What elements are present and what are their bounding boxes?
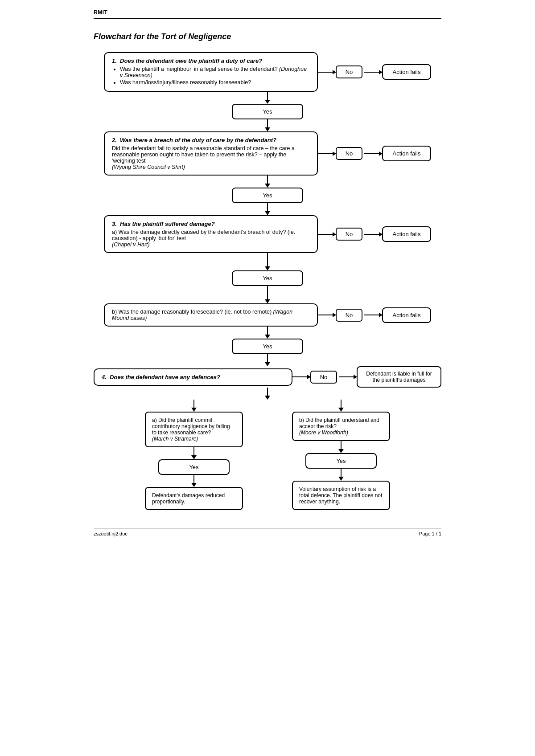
q4-v-line1 <box>267 388 268 396</box>
q4-h-arrow <box>292 376 310 377</box>
footer-filename: zszuotif.nj2.doc <box>94 531 128 536</box>
q1-arrow-head <box>265 100 270 104</box>
q3a-v-line2 <box>267 286 268 299</box>
q1-bullets: Was the plaintiff a 'neighbour' in a leg… <box>120 66 310 86</box>
header-bar: RMIT <box>94 9 441 19</box>
footer-page: Page 1 / 1 <box>419 531 441 536</box>
db-head2 <box>338 449 344 453</box>
q3b-yes-arrow <box>265 327 270 339</box>
q2-h-arrow <box>318 153 336 154</box>
da-yes-label: Yes <box>189 464 198 470</box>
q2-action-fails: Action fails <box>393 150 421 157</box>
q3a-h-arrow <box>318 234 336 235</box>
defences-section: a) Did the plaintiff commit contributory… <box>94 400 441 510</box>
da-arrow-down <box>191 400 197 412</box>
da-outcome-box: Defendant's damages reduced proportional… <box>145 487 243 510</box>
q3a-no-box: No <box>336 228 362 241</box>
q2-question: Was there a breach of the duty of care b… <box>120 137 276 143</box>
da-v3 <box>193 475 194 483</box>
q2-action-fails-box: Action fails <box>382 146 431 161</box>
da-arrow2 <box>191 447 197 459</box>
defence-a-box: a) Did the plaintiff commit contributory… <box>145 412 243 447</box>
defence-b-text: b) Did the plaintiff understand and acce… <box>299 417 379 429</box>
q1-h-arrow2 <box>364 72 382 73</box>
q3a-h-arrow2 <box>364 234 382 235</box>
q1-no-label: No <box>346 69 353 75</box>
q1-arrow-head2 <box>265 127 270 131</box>
db-yes-label: Yes <box>336 458 346 464</box>
db-yes-box: Yes <box>305 453 377 469</box>
da-arrow3 <box>191 475 197 487</box>
defence-b-box: b) Did the plaintiff understand and acce… <box>292 412 390 441</box>
q2-no-box: No <box>336 147 362 160</box>
db-arrow2 <box>338 441 344 453</box>
q1-action-fails-box: Action fails <box>382 64 431 80</box>
q2-no-label: No <box>346 150 353 157</box>
da-yes-box: Yes <box>158 459 230 475</box>
q3a-action-fails-box: Action fails <box>382 226 431 242</box>
q3a-row: 3. Has the plaintiff suffered damage? a)… <box>94 215 441 253</box>
db-arrow3 <box>338 469 344 481</box>
q2-arrow-head <box>265 184 270 188</box>
q4-right-branch: No Defendant is liable in full for the p… <box>292 366 441 388</box>
db-v2 <box>341 441 342 449</box>
q2-sub: Did the defendant fail to satisfy a reas… <box>112 145 310 170</box>
q1-number: 1. <box>112 57 117 64</box>
q3b-arrow-head2 <box>265 362 270 366</box>
defence-b-case: (Moore v Woodforth) <box>299 429 348 436</box>
q3a-sub: a) Was the damage directly caused by the… <box>112 229 310 248</box>
db-outcome-box: Voluntary assumption of risk is a total … <box>292 481 390 510</box>
q1-question: Does the defendant owe the plaintiff a d… <box>120 57 262 64</box>
db-head3 <box>338 477 344 481</box>
q3a-box: 3. Has the plaintiff suffered damage? a)… <box>104 215 318 253</box>
q1-v-line1 <box>267 92 268 100</box>
q2-right-branch: No Action fails <box>318 146 431 161</box>
page-title: Flowchart for the Tort of Negligence <box>94 32 441 41</box>
q3b-h-arrow2 <box>364 315 382 315</box>
q1-box: 1. Does the defendant owe the plaintiff … <box>104 52 318 92</box>
q2-yes-label: Yes <box>263 192 272 199</box>
q3b-action-fails: Action fails <box>393 312 421 319</box>
q3a-down2 <box>265 286 270 303</box>
q4-no-box: No <box>310 371 337 384</box>
q3a-arrow-head <box>265 266 270 270</box>
q3a-v-line1 <box>267 253 268 266</box>
q4-row: 4. Does the defendant have any defences?… <box>94 366 441 388</box>
q3a-yes-box: Yes <box>232 270 303 286</box>
q1-v-line2 <box>267 119 268 127</box>
q3b-no-label: No <box>346 312 353 319</box>
da-outcome: Defendant's damages reduced proportional… <box>152 492 225 505</box>
q2-row: 2. Was there a breach of the duty of car… <box>94 131 441 176</box>
da-head2 <box>191 455 197 459</box>
q4-no-label: No <box>320 374 328 380</box>
db-v3 <box>341 469 342 477</box>
q4-no-result: Defendant is liable in full for the plai… <box>366 371 432 383</box>
q3b-arrow-head <box>265 335 270 339</box>
da-arrowhead <box>191 408 197 412</box>
q3a-number: 3. <box>112 221 117 227</box>
q3b-v-line1 <box>267 327 268 335</box>
q3a-yes-label: Yes <box>263 275 272 282</box>
q2-h-arrow2 <box>364 153 382 154</box>
q3a-sub-text: a) Was the damage directly caused by the… <box>112 229 295 241</box>
q3a-arrow-head2 <box>265 299 270 303</box>
q3b-row: b) Was the damage reasonably foreseeable… <box>94 303 441 327</box>
defences-branch: a) Did the plaintiff commit contributory… <box>143 400 392 510</box>
q1-down2 <box>265 119 270 131</box>
q3b-v-line2 <box>267 354 268 362</box>
q4-result-box: Defendant is liable in full for the plai… <box>357 366 441 388</box>
q2-yes-box: Yes <box>232 188 303 203</box>
q3b-action-fails-box: Action fails <box>382 307 431 323</box>
q4-yes-arrow <box>265 388 270 400</box>
q1-row: 1. Does the defendant owe the plaintiff … <box>94 52 441 92</box>
q3a-action-fails: Action fails <box>393 231 421 237</box>
q3b-no-box: No <box>336 309 362 322</box>
q1-no-box: No <box>336 65 362 78</box>
q4-question: Does the defendant have any defences? <box>110 374 220 380</box>
q1-bullet-2: Was harm/loss/injury/illness reasonably … <box>120 79 310 86</box>
q2-arrow-head2 <box>265 211 270 215</box>
q2-case: (Wyong Shire Council v Shirt) <box>112 164 185 170</box>
q3a-no-label: No <box>346 231 353 237</box>
q3a-yes-arrow <box>265 253 270 270</box>
q1-bullet-1: Was the plaintiff a 'neighbour' in a leg… <box>120 66 310 78</box>
